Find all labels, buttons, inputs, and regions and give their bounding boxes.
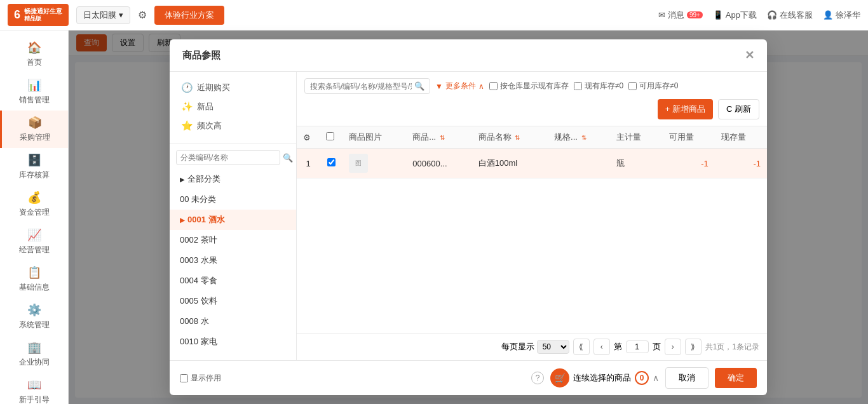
sidebar-label-system: 系统管理 — [19, 320, 50, 330]
last-page-button[interactable]: ⟫ — [685, 339, 702, 355]
modal-close-button[interactable]: ✕ — [745, 48, 754, 62]
help-icon[interactable]: ? — [531, 372, 544, 384]
top-nav: 6 畅捷通好生意 精品版 日太阳膜 ▾ ⚙ 体验行业方案 ✉ 消息 99+ 📱 … — [0, 0, 868, 30]
branch-label: 日太阳膜 — [83, 10, 116, 21]
col-settings[interactable]: ⚙ — [297, 126, 320, 149]
page-number-input[interactable] — [626, 340, 649, 353]
sidebar-label-sales: 销售管理 — [19, 95, 50, 105]
new-icon: ✨ — [181, 101, 193, 112]
prev-page-button[interactable]: ‹ — [593, 339, 610, 355]
sidebar-item-sales[interactable]: 📊 销售管理 — [0, 73, 68, 111]
cancel-button[interactable]: 取消 — [665, 367, 709, 389]
quick-filter-frequent[interactable]: ⭐ 频次高 — [176, 116, 290, 135]
sidebar-label-basic: 基础信息 — [19, 282, 50, 293]
cat-item-fruit[interactable]: 0003 水果 — [170, 250, 296, 271]
experience-btn[interactable]: 体验行业方案 — [154, 6, 224, 25]
refresh-button[interactable]: C 刷新 — [718, 99, 759, 119]
sidebar-item-basic[interactable]: 📋 基础信息 — [0, 260, 68, 298]
cat-item-snack[interactable]: 0004 零食 — [170, 271, 296, 291]
table-header-row: ⚙ 商品图片 商品... ⇅ 商品名称 — [297, 126, 767, 149]
guide-icon: 📖 — [27, 378, 41, 392]
purchase-icon: 📦 — [28, 116, 42, 130]
sidebar-item-system[interactable]: ⚙️ 系统管理 — [0, 298, 68, 335]
sidebar-label-purchase: 采购管理 — [20, 132, 50, 143]
quick-filter-recent[interactable]: 🕐 近期购买 — [176, 78, 290, 97]
sidebar-item-enterprise[interactable]: 🏢 企业协同 — [0, 335, 68, 373]
select-all-checkbox[interactable] — [326, 132, 334, 140]
sidebar-item-finance[interactable]: 💰 资金管理 — [0, 185, 68, 223]
cat-item-water[interactable]: 0008 水 — [170, 311, 296, 332]
cart-area[interactable]: 🛒 连续选择的商品 0 ∧ — [550, 368, 659, 387]
show-disabled-text: 显示停用 — [191, 373, 221, 384]
divider — [170, 143, 296, 144]
row-checkbox[interactable] — [320, 149, 342, 178]
cat-active-arrow-icon: ▶ — [180, 217, 185, 224]
existing-stock-checkbox[interactable] — [574, 82, 582, 90]
table-row[interactable]: 1 图 000600... 白酒100ml 瓶 — [297, 149, 767, 178]
sidebar-item-guide[interactable]: 📖 新手引导 — [0, 373, 68, 404]
modal-body: 🕐 近期购买 ✨ 新品 ⭐ 频次高 — [170, 72, 767, 360]
cat-label-uncategorized: 00 未分类 — [180, 194, 216, 205]
modal-title: 商品参照 — [182, 50, 220, 62]
settings-icon[interactable]: ⚙ — [138, 9, 147, 21]
category-search-icon[interactable]: 🔍 — [283, 153, 293, 163]
cart-collapse-icon[interactable]: ∧ — [653, 373, 659, 383]
messages-item[interactable]: ✉ 消息 99+ — [658, 10, 703, 21]
sidebar-item-operation[interactable]: 📈 经营管理 — [0, 223, 68, 260]
quick-filter-new[interactable]: ✨ 新品 — [176, 97, 290, 116]
show-disabled-checkbox[interactable] — [180, 374, 188, 382]
col-name-sort-icon[interactable]: ⇅ — [515, 134, 520, 141]
sales-icon: 📊 — [27, 78, 41, 92]
warehouse-filter-text: 按仓库显示现有库存 — [500, 81, 569, 91]
cat-item-uncategorized[interactable]: 00 未分类 — [170, 189, 296, 210]
col-unit: 主计量 — [610, 126, 662, 149]
col-code: 商品... ⇅ — [406, 126, 471, 149]
cat-label-wine: 0001 酒水 — [187, 214, 225, 226]
sidebar-item-home[interactable]: 🏠 首页 — [0, 36, 68, 73]
cat-item-drinks[interactable]: 0005 饮料 — [170, 291, 296, 311]
sidebar-item-purchase[interactable]: 📦 采购管理 — [0, 111, 68, 148]
sidebar-item-inventory[interactable]: 🗄️ 库存核算 — [0, 148, 68, 185]
next-page-button[interactable]: › — [665, 339, 681, 355]
logo-sub: 精品版 — [24, 15, 62, 22]
cat-item-all[interactable]: ▶ 全部分类 — [170, 169, 296, 189]
finance-icon: 💰 — [27, 191, 41, 205]
online-service-item[interactable]: 🎧 在线客服 — [767, 10, 813, 21]
branch-dropdown[interactable]: 日太阳膜 ▾ — [76, 6, 130, 24]
confirm-button[interactable]: 确定 — [715, 368, 757, 388]
filter-arrow-icon: ∧ — [478, 82, 484, 91]
cat-item-wine[interactable]: ▶ 0001 酒水 — [170, 210, 296, 230]
page-label: 第 — [614, 341, 622, 353]
quick-filters: 🕐 近期购买 ✨ 新品 ⭐ 频次高 — [170, 78, 296, 140]
first-page-button[interactable]: ⟪ — [573, 339, 590, 355]
cat-item-tea[interactable]: 0002 茶叶 — [170, 230, 296, 250]
category-search-input[interactable] — [176, 150, 280, 165]
available-stock-text: 可用库存≠0 — [639, 81, 678, 91]
cart-label: 连续选择的商品 — [573, 372, 631, 384]
warehouse-filter-checkbox[interactable] — [489, 82, 498, 90]
product-search-input[interactable] — [310, 82, 412, 91]
sidebar-label-home: 首页 — [27, 57, 42, 68]
cat-label-drinks: 0005 饮料 — [180, 295, 217, 307]
phone-icon: 📱 — [713, 10, 723, 20]
sidebar-label-guide: 新手引导 — [19, 394, 50, 404]
more-filter-btn[interactable]: ▼ 更多条件 ∧ — [435, 81, 484, 91]
available-stock-checkbox[interactable] — [628, 82, 637, 90]
user-item[interactable]: 👤 徐泽华 — [823, 10, 860, 21]
messages-label: 消息 — [668, 10, 684, 21]
product-reference-modal: 商品参照 ✕ 🕐 近期购买 ✨ — [170, 39, 767, 395]
page-size-select: 每页显示 20 50 100 — [501, 340, 569, 354]
username-label: 徐泽华 — [836, 10, 860, 21]
available-stock-label: 可用库存≠0 — [628, 81, 678, 91]
search-icon[interactable]: 🔍 — [414, 81, 424, 91]
app-download-item[interactable]: 📱 App下载 — [713, 10, 757, 21]
cat-item-appliance[interactable]: 0010 家电 — [170, 332, 296, 352]
product-thumbnail: 图 — [349, 154, 368, 173]
col-code-sort-icon[interactable]: ⇅ — [440, 134, 445, 141]
row-select-checkbox[interactable] — [327, 158, 336, 166]
per-page-dropdown[interactable]: 20 50 100 — [537, 340, 569, 354]
add-product-button[interactable]: + 新增商品 — [658, 99, 713, 119]
app-download-label: App下载 — [726, 10, 757, 21]
user-icon: 👤 — [823, 10, 833, 20]
col-spec-sort-icon[interactable]: ⇅ — [581, 134, 587, 141]
